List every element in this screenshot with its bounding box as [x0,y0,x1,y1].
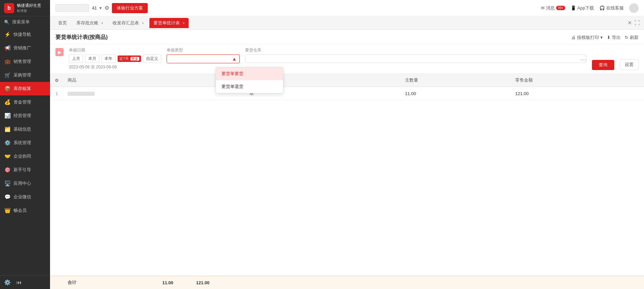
sidebar-nav: ⚡快捷导航📢营销推广💼销售管理🛒采购管理📦库存核算💰资金管理📊经营管理🗂️基础信… [0,28,50,275]
settings-btn[interactable]: 设置 [620,59,639,70]
topbar-settings-icon[interactable]: ⚙ [104,5,109,11]
tab-inventory-batch[interactable]: 库存批次账× [72,18,107,28]
tab-label-order-stats: 要货单统计表 [153,20,180,26]
this-year-btn[interactable]: 本年 [101,54,116,63]
nav-icon-quick-nav: ⚡ [4,31,11,38]
table-row: 1 块 11.00 121.00 [50,87,644,100]
tab-order-stats[interactable]: 要货单统计表× [149,18,189,28]
export-btn[interactable]: ⬇ 导出 [607,35,621,41]
type-chevron-icon[interactable]: ▲ [229,55,239,63]
search-btn[interactable]: 查询 [592,60,614,70]
tabbar-expand-icon[interactable]: ⛶ [635,20,640,26]
nav-icon-guide: 🎯 [4,166,11,173]
breadcrumb-input[interactable] [55,4,89,12]
col-qty: 主数量 [401,74,511,87]
type-filter-group: 单据类型 ▲ [167,47,240,63]
print-chevron-icon: ▾ [600,35,603,40]
sidebar-item-system[interactable]: ⚙️系统管理 [0,136,50,150]
app-icon: 📱 [571,5,576,10]
warehouse-input[interactable] [245,55,580,63]
filter-toggle-btn[interactable]: ▶ [55,48,64,56]
nav-label-sales: 销售管理 [14,59,31,65]
sidebar-item-finance[interactable]: 💰资金管理 [0,95,50,109]
date-row: 上月 本月 本年 近7天 更多 自定义 [69,54,161,63]
topbar-right: ✉ 消息 99+ 📱 App下载 🎧 在线客服 [541,3,639,13]
nav-label-marketing: 营销推广 [14,45,31,51]
print-icon: 🖨 [571,35,576,40]
app-download-btn[interactable]: 📱 App下载 [571,5,594,11]
tab-label-home: 首页 [58,20,67,26]
nav-label-quick-nav: 快捷导航 [14,31,31,38]
filter-bar: ▶ 单据日期 上月 本月 本年 近7天 更多 自定义 2023-05-06 至 … [50,44,644,74]
sidebar-item-wechat[interactable]: 💬企业微信 [0,190,50,204]
search-icon: 🔍 [4,20,9,25]
table-footer: 合计 11.00 121.00 [50,276,644,289]
nav-label-guide: 新手引导 [14,167,31,173]
type-input[interactable] [167,55,229,63]
tab-receive-summary[interactable]: 收发存汇总表× [109,18,148,28]
messages-btn[interactable]: ✉ 消息 99+ [541,5,565,11]
col-amount: 零售金额 [511,74,644,87]
warehouse-more-icon[interactable]: … [580,55,586,62]
prev-month-btn[interactable]: 上月 [69,54,83,63]
sidebar-item-basic[interactable]: 🗂️基础信息 [0,123,50,136]
sidebar-item-quick-nav[interactable]: ⚡快捷导航 [0,28,50,41]
warehouse-filter-group: 要货仓库 … [245,47,587,63]
sidebar-item-member[interactable]: 👑畅会员 [0,204,50,217]
date-range: 2023-05-06 至 2023-06-06 [69,64,161,70]
warehouse-label: 要货仓库 [245,47,587,53]
footer-label: 合计 [54,280,122,286]
tab-close-inventory-batch[interactable]: × [101,21,103,25]
collapse-icon[interactable]: ⏮ [16,280,22,286]
sidebar-item-sales[interactable]: 💼销售管理 [0,55,50,68]
tab-close-receive-summary[interactable]: × [142,21,144,25]
nav-icon-apps: 🖥️ [4,180,11,187]
tabbar-close-icon[interactable]: ✕ [627,20,632,26]
trial-btn[interactable]: 体验行业方案 [112,3,148,13]
sidebar-item-enterprise[interactable]: 🤝企业协同 [0,150,50,163]
sidebar-item-purchase[interactable]: 🛒采购管理 [0,68,50,82]
recent-7-badge[interactable]: 近7天 更多 [118,55,141,62]
nav-icon-purchase: 🛒 [4,72,11,79]
sidebar-item-guide[interactable]: 🎯新手引导 [0,163,50,177]
dropdown-item-return[interactable]: 要货单退货 [216,80,283,93]
page-header: 要货单统计表(按商品) 🖨 按模板打印 ▾ ⬇ 导出 ↻ 刷新 [50,30,644,44]
service-icon: 🎧 [599,5,605,10]
sidebar-search[interactable]: 🔍 搜索菜单 [0,16,50,28]
refresh-btn[interactable]: ↻ 刷新 [625,35,639,41]
content-area: 要货单统计表(按商品) 🖨 按模板打印 ▾ ⬇ 导出 ↻ 刷新 ▶ [50,30,644,289]
sidebar-item-marketing[interactable]: 📢营销推广 [0,41,50,55]
custom-btn[interactable]: 自定义 [143,54,161,63]
messages-icon: ✉ [541,5,545,10]
nav-icon-system: ⚙️ [4,139,11,146]
online-service-btn[interactable]: 🎧 在线客服 [599,5,624,11]
nav-icon-member: 👑 [4,207,11,214]
avatar[interactable] [629,3,639,13]
date-filter-group: 单据日期 上月 本月 本年 近7天 更多 自定义 2023-05-06 至 20… [69,47,161,70]
tab-label-receive-summary: 收发存汇总表 [113,20,139,26]
sidebar-item-inventory[interactable]: 📦库存核算 [0,82,50,95]
nav-icon-marketing: 📢 [4,45,11,51]
topbar-num: 41 [92,5,97,10]
print-btn[interactable]: 🖨 按模板打印 ▾ [571,35,603,41]
logo-icon: b [4,3,14,13]
sidebar-item-apps[interactable]: 🖥️应用中心 [0,177,50,190]
topbar-chevron-icon[interactable]: ▾ [99,5,102,10]
tab-label-inventory-batch: 库存批次账 [76,20,98,26]
type-label: 单据类型 [167,47,240,53]
tab-home[interactable]: 首页 [54,18,71,28]
nav-icon-operations: 📊 [4,112,11,119]
type-dropdown: 要货单要货 要货单退货 [216,67,283,93]
nav-label-wechat: 企业微信 [14,194,31,200]
col-settings[interactable]: ⚙ [50,74,64,87]
tabbar: 首页库存批次账×收发存汇总表×要货单统计表× ✕ ⛶ [50,16,644,30]
row-qty: 11.00 [401,87,511,100]
sidebar-item-operations[interactable]: 📊经营管理 [0,109,50,123]
settings-icon[interactable]: ⚙️ [4,279,11,286]
warehouse-input-row: … [245,54,587,63]
tab-close-order-stats[interactable]: × [183,21,185,25]
nav-icon-enterprise: 🤝 [4,153,11,160]
dropdown-item-order[interactable]: 要货单要货 [216,67,283,80]
row-no: 1 [50,87,64,100]
this-month-btn[interactable]: 本月 [85,54,99,63]
